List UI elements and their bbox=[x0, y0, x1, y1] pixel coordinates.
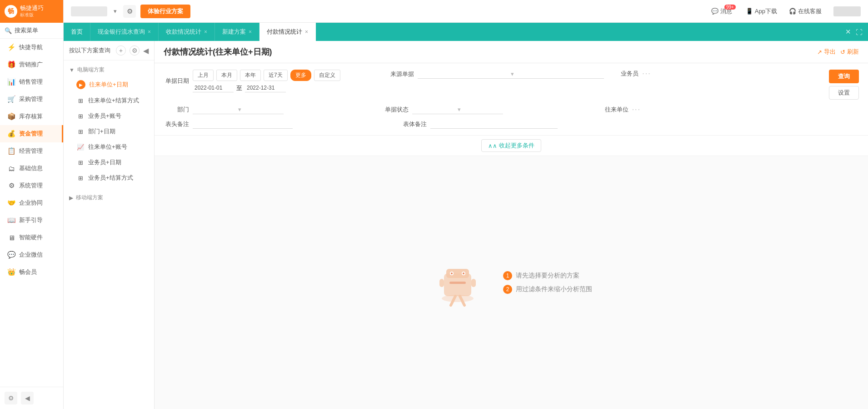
sidebar-item-quick-nav[interactable]: ⚡ 快捷导航 bbox=[0, 39, 63, 56]
staff-select-button[interactable]: ··· bbox=[642, 70, 651, 78]
collapse-button[interactable]: ∧∧ 收起更多条件 bbox=[481, 139, 541, 152]
scheme-item-dept-date[interactable]: ⊞ 部门+日期 bbox=[64, 124, 154, 139]
body-note-input[interactable] bbox=[430, 120, 558, 129]
purchase-label: 采购管理 bbox=[19, 95, 43, 103]
date-range: 至 bbox=[193, 84, 286, 92]
message-button[interactable]: 💬 消息 99+ bbox=[711, 7, 732, 15]
desktop-collapse-arrow: ▼ bbox=[69, 67, 75, 73]
sales-icon: 📊 bbox=[7, 78, 15, 86]
filter-settings-button[interactable]: 设置 bbox=[829, 86, 859, 100]
sidebar-item-wechat[interactable]: 💬 企业微信 bbox=[0, 246, 63, 263]
sidebar-item-finance[interactable]: 💰 资金管理 bbox=[0, 125, 63, 142]
sidebar-collapse-button[interactable]: ◀ bbox=[21, 392, 34, 404]
query-button[interactable]: 查询 bbox=[829, 70, 859, 83]
app-download-label: App下载 bbox=[755, 7, 777, 15]
export-button[interactable]: ↗ 导出 bbox=[817, 48, 836, 56]
scheme-settings-button[interactable]: ⚙ bbox=[130, 45, 140, 56]
header-note-input[interactable] bbox=[193, 120, 293, 129]
sidebar-item-hardware[interactable]: 🖥 智能硬件 bbox=[0, 229, 63, 246]
dropdown-arrow[interactable]: ▾ bbox=[114, 8, 117, 15]
partner-select-button[interactable]: ··· bbox=[632, 106, 641, 114]
search-menu-label: 搜索菜单 bbox=[15, 26, 38, 35]
mobile-scheme-group-title[interactable]: ▶ 移动端方案 bbox=[64, 191, 154, 204]
tabbar-close-icon[interactable]: ✕ bbox=[845, 28, 851, 36]
scheme-item-staff-account[interactable]: ⊞ 业务员+账号 bbox=[64, 108, 154, 124]
left-panel-icons: + ⚙ ◀ bbox=[116, 45, 149, 56]
tab-payment-close[interactable]: × bbox=[305, 29, 308, 35]
refresh-label: 刷新 bbox=[847, 48, 859, 56]
last-7-days-button[interactable]: 近7天 bbox=[264, 70, 288, 81]
current-month-button[interactable]: 本月 bbox=[216, 70, 237, 81]
empty-state: 1 请先选择要分析的方案 2 用过滤条件来缩小分析范围 bbox=[155, 156, 868, 409]
sidebar: 畅 畅捷通巧 标准版 🔍 搜索菜单 ⚡ 快捷导航 🎁 营销推广 📊 销售管理 🛒… bbox=[0, 0, 64, 409]
svg-point-6 bbox=[463, 273, 464, 274]
scheme-item-staff-settle[interactable]: ⊞ 业务员+结算方式 bbox=[64, 170, 154, 186]
sales-label: 销售管理 bbox=[19, 78, 43, 86]
sidebar-item-purchase[interactable]: 🛒 采购管理 bbox=[0, 91, 63, 108]
tab-home[interactable]: 首页 bbox=[64, 23, 90, 41]
tabbar-expand-icon[interactable]: ⛶ bbox=[856, 28, 863, 36]
more-button[interactable]: 更多 bbox=[290, 70, 311, 81]
custom-button[interactable]: 自定义 bbox=[314, 70, 340, 81]
member-icon: 👑 bbox=[7, 268, 15, 276]
tip-number-2: 2 bbox=[503, 285, 512, 294]
search-menu[interactable]: 🔍 搜索菜单 bbox=[0, 23, 63, 39]
tab-payment-stat[interactable]: 付款情况统计 × bbox=[259, 23, 316, 41]
scheme-item-partner-date[interactable]: ▶ 往来单位+日期 bbox=[64, 76, 154, 93]
tab-new-scheme[interactable]: 新建方案 × bbox=[215, 23, 259, 41]
collapse-label: 收起更多条件 bbox=[499, 141, 534, 150]
date-from-input[interactable] bbox=[193, 84, 234, 92]
user-avatar bbox=[833, 6, 861, 16]
page-title: 付款情况统计(往来单位+日期) bbox=[164, 46, 272, 57]
table-icon-2: ⊞ bbox=[76, 112, 85, 120]
trial-button[interactable]: 体验行业方案 bbox=[140, 5, 190, 18]
online-service-button[interactable]: 🎧 在线客服 bbox=[789, 7, 822, 15]
sidebar-item-marketing[interactable]: 🎁 营销推广 bbox=[0, 56, 63, 73]
tabbar: 首页 现金银行流水查询 × 收款情况统计 × 新建方案 × 付款情况统计 × ✕… bbox=[64, 23, 868, 41]
desktop-scheme-group: ▼ 电脑端方案 ▶ 往来单位+日期 ⊞ 往来单位+结算方式 ⊞ 业务员+账号 ⊞ bbox=[64, 61, 154, 188]
sidebar-bottom: ⚙ ◀ bbox=[0, 387, 63, 409]
add-scheme-button[interactable]: + bbox=[116, 45, 126, 56]
refresh-button[interactable]: ↺ 刷新 bbox=[840, 48, 859, 56]
date-to-input[interactable] bbox=[245, 84, 286, 92]
online-service-label: 在线客服 bbox=[798, 7, 822, 15]
source-doc-label: 来源单据 bbox=[389, 70, 414, 78]
sidebar-item-system[interactable]: ⚙ 系统管理 bbox=[0, 177, 63, 194]
tab-bank-flow-close[interactable]: × bbox=[148, 29, 151, 35]
tab-receivable-close[interactable]: × bbox=[204, 29, 207, 35]
mobile-group-label: 移动端方案 bbox=[76, 194, 103, 202]
svg-rect-8 bbox=[439, 279, 444, 287]
sidebar-item-guide[interactable]: 📖 新手引导 bbox=[0, 212, 63, 229]
doc-status-select[interactable]: ▾ bbox=[412, 105, 503, 114]
dept-arrow: ▾ bbox=[238, 106, 284, 113]
sidebar-item-basic[interactable]: 🗂 基础信息 bbox=[0, 160, 63, 177]
basic-label: 基础信息 bbox=[19, 164, 43, 172]
content-area: 按以下方案查询 + ⚙ ◀ ▼ 电脑端方案 ▶ 往来单位+日期 ⊞ bbox=[64, 41, 868, 409]
scheme-item-partner-settle[interactable]: ⊞ 往来单位+结算方式 bbox=[64, 93, 154, 108]
source-doc-select[interactable]: ▾ bbox=[418, 70, 604, 79]
sidebar-settings-button[interactable]: ⚙ bbox=[5, 392, 17, 404]
tab-new-scheme-close[interactable]: × bbox=[249, 29, 252, 35]
finance-label: 资金管理 bbox=[19, 130, 43, 138]
last-month-button[interactable]: 上月 bbox=[193, 70, 214, 81]
dept-select[interactable]: ▾ bbox=[193, 105, 284, 114]
header-note-label: 表头备注 bbox=[164, 120, 189, 128]
app-download-button[interactable]: 📱 App下载 bbox=[746, 7, 777, 15]
tab-bank-flow[interactable]: 现金银行流水查询 × bbox=[90, 23, 159, 41]
sidebar-item-sales[interactable]: 📊 销售管理 bbox=[0, 73, 63, 91]
collapse-bar: ∧∧ 收起更多条件 bbox=[155, 136, 868, 156]
scheme-item-staff-date[interactable]: ⊞ 业务员+日期 bbox=[64, 155, 154, 170]
panel-collapse-button[interactable]: ◀ bbox=[143, 46, 149, 55]
sidebar-item-inventory[interactable]: 📦 库存核算 bbox=[0, 108, 63, 125]
desktop-scheme-group-title[interactable]: ▼ 电脑端方案 bbox=[64, 63, 154, 76]
topbar-gear-button[interactable]: ⚙ bbox=[123, 5, 136, 18]
mobile-scheme-group: ▶ 移动端方案 bbox=[64, 188, 154, 207]
empty-tip-2: 2 用过滤条件来缩小分析范围 bbox=[503, 285, 592, 294]
current-year-button[interactable]: 本年 bbox=[240, 70, 261, 81]
sidebar-item-member[interactable]: 👑 畅会员 bbox=[0, 263, 63, 281]
sidebar-item-operation[interactable]: 📋 经营管理 bbox=[0, 142, 63, 160]
scheme-item-partner-account[interactable]: 📈 往来单位+账号 bbox=[64, 139, 154, 155]
tabbar-right-actions: ✕ ⛶ bbox=[840, 23, 868, 41]
sidebar-item-cooperation[interactable]: 🤝 企业协同 bbox=[0, 194, 63, 212]
tab-receivable-stat[interactable]: 收款情况统计 × bbox=[159, 23, 215, 41]
